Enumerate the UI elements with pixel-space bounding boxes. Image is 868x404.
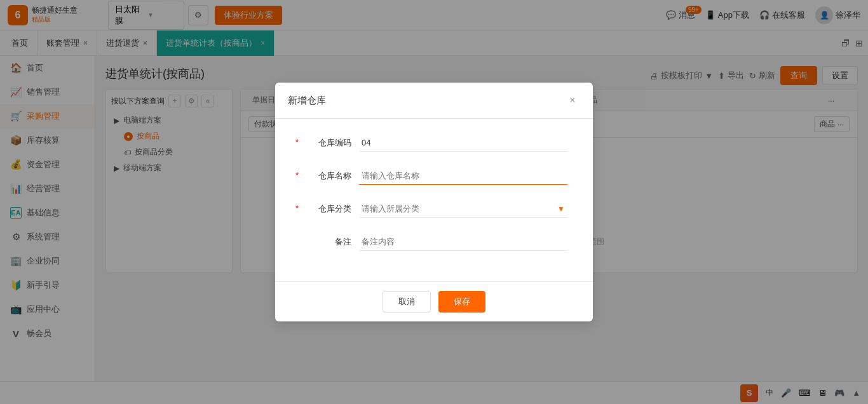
remark-label: 备注 [301,236,351,248]
code-label: 仓库编码 [301,137,351,149]
modal-close-button[interactable]: × [565,93,580,108]
form-row-name: 仓库名称 [301,167,567,185]
category-select-wrap[interactable]: ▼ [359,200,567,218]
modal-footer: 取消 保存 [275,281,593,321]
category-label: 仓库分类 [301,203,351,215]
cancel-button[interactable]: 取消 [383,291,431,313]
save-button[interactable]: 保存 [438,291,485,313]
modal-title: 新增仓库 [288,95,565,107]
modal-header: 新增仓库 × [275,83,593,119]
form-row-remark: 备注 [301,233,567,251]
remark-input[interactable] [359,233,567,251]
name-input[interactable] [359,167,567,185]
code-input[interactable] [359,134,567,152]
category-dropdown-arrow: ▼ [557,205,565,213]
form-row-code: 仓库编码 [301,134,567,152]
category-input[interactable] [362,204,557,213]
name-label: 仓库名称 [301,170,351,182]
modal-body: 仓库编码 仓库名称 仓库分类 ▼ 备注 [275,119,593,281]
form-row-category: 仓库分类 ▼ [301,200,567,218]
new-warehouse-modal: 新增仓库 × 仓库编码 仓库名称 仓库分类 ▼ 备注 [275,83,593,321]
modal-overlay[interactable]: 新增仓库 × 仓库编码 仓库名称 仓库分类 ▼ 备注 [0,0,868,404]
